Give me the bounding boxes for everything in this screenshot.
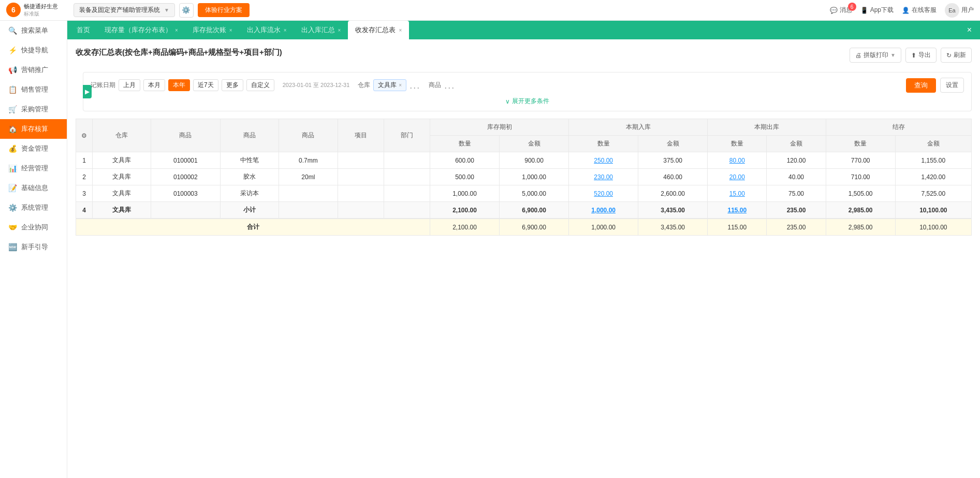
cell-in-amt: 375.00 [638,152,708,169]
close-tab-batch[interactable]: × [229,27,232,33]
system-title[interactable]: 装备及固定资产辅助管理系统 ▼ [74,3,175,17]
date-filter-group: 记账日期 上月 本月 本年 近7天 更多 自定义 [91,79,274,91]
cell-warehouse: 文具库 [93,169,151,185]
page-content: 收发存汇总表(按仓库+商品编码+商品+规格型号+项目+部门) 🖨 拼版打印 ▼ … [67,39,980,478]
expand-more-conditions[interactable]: ∨ 展开更多条件 [505,97,549,106]
th-product-spec: 商品 [279,119,338,152]
sidebar-item-purchase[interactable]: 🛒 采购管理 [0,99,67,119]
date-btn-last-month[interactable]: 上月 [119,79,140,91]
cell-out-qty: 15.00 [708,185,767,202]
refresh-button[interactable]: ↻ 刷新 [941,48,972,63]
date-btn-this-year[interactable]: 本年 [168,79,190,91]
cell-in-qty: 230.00 [569,169,638,185]
cell-balance-amt: 7,525.00 [895,185,971,202]
warehouse-more-button[interactable]: ... [409,81,420,90]
cell-product-name: 小计 [220,202,279,219]
tab-summary[interactable]: 出入库汇总 × [294,21,348,39]
filter-expand-button[interactable]: ▶ [83,85,92,98]
print-button[interactable]: 🖨 拼版打印 ▼ [850,48,901,63]
sidebar-item-search[interactable]: 🔍 搜索菜单 [0,21,67,40]
cell-seq: 4 [76,202,93,219]
close-tab-summary[interactable]: × [338,27,341,33]
cell-warehouse: 文具库 [93,185,151,202]
data-table: ⚙ 仓库 商品 商品 商品 项目 部门 库存期初 本期入库 本期出库 结存 [76,119,972,236]
print-icon: 🖨 [855,52,861,59]
main-content: 首页 现存量（库存分布表） × 库存批次账 × 出入库流水 × 出入库汇总 × … [67,21,980,478]
cell-opening-amt: 900.00 [500,152,569,169]
cell-product-name: 中性笔 [220,152,279,169]
sidebar-item-system[interactable]: ⚙️ 系统管理 [0,198,67,218]
footer-in-qty: 1,000.00 [569,219,638,236]
brand-name: 畅捷通好生意 [24,3,58,10]
dropdown-arrow-icon: ▼ [164,7,169,13]
sidebar-item-basic-info[interactable]: 📝 基础信息 [0,178,67,198]
table-footer-row: 合计 2,100.00 6,900.00 1,000.00 3,435.00 1… [76,219,972,236]
close-all-tabs[interactable]: × [961,25,978,35]
date-btn-7days[interactable]: 近7天 [193,79,218,91]
sidebar-item-assets[interactable]: 💰 资金管理 [0,139,67,158]
page-title: 收发存汇总表(按仓库+商品编码+商品+规格型号+项目+部门) [76,48,282,57]
warehouse-tag-close[interactable]: × [399,82,402,88]
export-button[interactable]: ⬆ 导出 [905,48,937,63]
sidebar-item-marketing[interactable]: 📢 营销推广 [0,60,67,80]
cell-opening-qty: 500.00 [430,169,500,185]
cell-in-qty: 250.00 [569,152,638,169]
date-btn-this-month[interactable]: 本月 [143,79,165,91]
cell-in-amt: 3,435.00 [638,202,708,219]
product-more-button[interactable]: ... [444,81,455,90]
brand-sub: 标准版 [24,10,58,18]
sidebar-item-quick-nav[interactable]: ⚡ 快捷导航 [0,40,67,60]
cell-out-amt: 235.00 [767,202,826,219]
th-in-qty: 数量 [569,136,638,152]
sidebar-item-inventory[interactable]: 🏠 库存核算 [0,119,67,139]
tab-batch[interactable]: 库存批次账 × [185,21,240,39]
cell-product-code: 0100003 [151,185,220,202]
table-settings-icon[interactable]: ⚙ [81,132,87,139]
online-service-item[interactable]: 👤 在线客服 [902,6,937,15]
warehouse-filter-group: 仓库 文具库 × ... [358,79,420,91]
close-tab-flow[interactable]: × [284,27,287,33]
table-settings-col: ⚙ [76,119,93,152]
sidebar-item-guide[interactable]: 🆕 新手引导 [0,237,67,257]
cell-department [384,202,430,219]
sidebar: 🔍 搜索菜单 ⚡ 快捷导航 📢 营销推广 📋 销售管理 🛒 采购管理 🏠 库存核… [0,21,67,478]
expand-icon: ∨ [505,98,510,105]
cell-seq: 3 [76,185,93,202]
date-btn-custom[interactable]: 自定义 [246,79,274,91]
th-product-code: 商品 [151,119,220,152]
cell-seq: 1 [76,152,93,169]
avatar: Ea [945,3,959,18]
th-out-group: 本期出库 [708,119,826,136]
footer-opening-amt: 6,900.00 [500,219,569,236]
query-button[interactable]: 查询 [906,78,936,93]
cell-out-qty: 20.00 [708,169,767,185]
user-item[interactable]: Ea 用户 [945,3,974,18]
product-filter-label: 商品 [429,81,441,90]
th-warehouse: 仓库 [93,119,151,152]
sidebar-item-enterprise[interactable]: 🤝 企业协同 [0,218,67,237]
close-tab-recv-send[interactable]: × [399,27,402,33]
main-layout: 🔍 搜索菜单 ⚡ 快捷导航 📢 营销推广 📋 销售管理 🛒 采购管理 🏠 库存核… [0,21,980,478]
cell-balance-amt: 10,100.00 [895,202,971,219]
app-download-item[interactable]: 📱 App下载 [860,6,894,15]
settings-button[interactable]: ⚙️ [179,3,194,18]
tab-flow[interactable]: 出入库流水 × [240,21,294,39]
th-in-group: 本期入库 [569,119,708,136]
cell-in-amt: 2,600.00 [638,185,708,202]
cell-product-code: 0100001 [151,152,220,169]
tab-home[interactable]: 首页 [69,21,97,39]
trial-button[interactable]: 体验行业方案 [198,3,250,17]
cell-project [338,202,384,219]
sidebar-item-sales[interactable]: 📋 销售管理 [0,80,67,99]
date-btn-more[interactable]: 更多 [222,79,243,91]
th-out-amt: 金额 [767,136,826,152]
close-tab-inventory-dist[interactable]: × [175,27,178,33]
column-settings-button[interactable]: 设置 [940,78,964,93]
sidebar-item-operations[interactable]: 📊 经营管理 [0,158,67,178]
tab-recv-send[interactable]: 收发存汇总表 × [348,21,409,39]
table-row: 1 文具库 0100001 中性笔 0.7mm 600.00 900.00 25… [76,152,972,169]
messages-item[interactable]: 💬 消息 6 [830,6,852,15]
th-product-name: 商品 [220,119,279,152]
tab-inventory-dist[interactable]: 现存量（库存分布表） × [97,21,185,39]
footer-balance-qty: 2,985.00 [826,219,895,236]
